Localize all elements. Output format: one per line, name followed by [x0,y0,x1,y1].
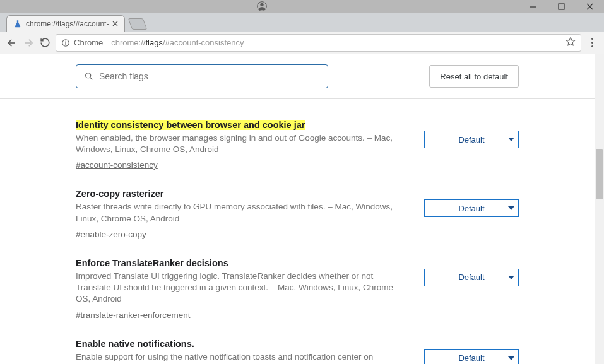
flag-row: Zero-copy rasterizerRaster threads write… [76,180,519,249]
flag-title: Enable native notifications. [76,339,194,349]
flag-control: Default [424,257,519,320]
search-icon [84,71,94,81]
flag-value-select[interactable]: Default [424,199,519,217]
window-minimize-button[interactable] [519,0,547,13]
select-value-label: Default [431,204,512,213]
scrollbar-thumb[interactable] [596,149,603,199]
flag-main: Enforce TranslateRanker decisionsImprove… [76,257,405,320]
flag-control: Default [424,338,519,364]
site-info-icon[interactable]: Chrome [61,38,103,47]
flag-main: Identity consistency between browser and… [76,119,405,170]
scrollbar-track[interactable] [595,54,604,364]
flag-row: Enable native notifications.Enable suppo… [76,331,519,364]
flag-main: Enable native notifications.Enable suppo… [76,338,405,364]
reset-all-button[interactable]: Reset all to default [429,65,519,88]
tab-strip: chrome://flags/#account- [0,13,604,32]
flag-description: Enable support for using the native noti… [76,351,405,364]
flag-description: Raster threads write directly to GPU mem… [76,201,405,224]
window-maximize-button[interactable] [547,0,576,13]
flag-title: Enforce TranslateRanker decisions [76,258,228,268]
reload-button[interactable] [39,37,50,49]
flag-anchor-link[interactable]: #account-consistency [76,160,158,170]
omnibox-separator [107,37,107,49]
svg-line-13 [90,78,93,80]
flag-row: Enforce TranslateRanker decisionsImprove… [76,250,519,331]
flask-icon [13,20,22,28]
search-input[interactable] [99,71,320,81]
flag-control: Default [424,188,519,239]
flag-main: Zero-copy rasterizerRaster threads write… [76,188,405,239]
flag-row: Identity consistency between browser and… [76,112,519,180]
bookmark-star-icon[interactable] [566,37,576,49]
tab-close-icon[interactable] [112,19,118,28]
svg-marker-11 [566,37,574,45]
svg-point-0 [260,3,263,6]
select-value-label: Default [431,353,512,363]
flag-value-select[interactable]: Default [424,349,519,364]
select-value-label: Default [431,135,512,144]
svg-rect-3 [559,4,564,9]
flag-value-select[interactable]: Default [424,269,519,286]
window-titlebar [0,0,604,13]
browser-tab[interactable]: chrome://flags/#account- [6,15,125,32]
chevron-down-icon [504,131,518,148]
flags-list: Identity consistency between browser and… [0,99,595,364]
chevron-down-icon [504,350,518,364]
browser-toolbar: Chrome chrome://flags/#account-consisten… [0,32,604,54]
flag-description: When enabled, the browser manages signin… [76,132,405,155]
new-tab-button[interactable] [128,18,148,30]
flag-control: Default [424,119,519,170]
flag-anchor-link[interactable]: #translate-ranker-enforcement [76,310,191,320]
tab-title: chrome://flags/#account- [26,20,109,28]
flag-anchor-link[interactable]: #enable-zero-copy [76,230,146,239]
select-value-label: Default [431,273,512,282]
flags-header: Reset all to default [0,54,595,99]
page-content: Reset all to default Identity consistenc… [0,54,595,364]
back-button[interactable] [6,37,18,49]
user-account-icon[interactable] [252,1,267,11]
flag-title: Zero-copy rasterizer [76,189,163,199]
svg-point-12 [86,73,91,78]
flag-description: Improved Translate UI triggering logic. … [76,271,405,305]
window-close-button[interactable] [576,0,604,13]
flag-title: Identity consistency between browser and… [76,120,305,130]
flag-value-select[interactable]: Default [424,131,519,148]
scheme-label: Chrome [74,38,103,47]
url-text: chrome://flags/#account-consistency [111,38,244,47]
chevron-down-icon [504,269,518,286]
chevron-down-icon [504,200,518,216]
browser-menu-button[interactable] [586,38,598,47]
forward-button[interactable] [23,37,34,49]
svg-point-10 [65,40,66,41]
search-flags-field[interactable] [76,64,328,88]
address-bar[interactable]: Chrome chrome://flags/#account-consisten… [56,34,581,52]
